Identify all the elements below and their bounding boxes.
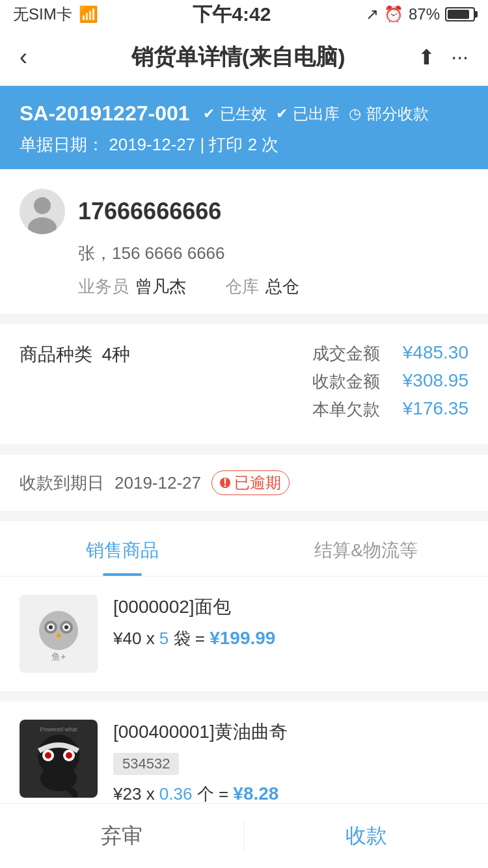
amount-row: 成交金额 ¥485.30: [312, 342, 468, 365]
badge-active: 已生效: [203, 103, 267, 124]
nav-actions: ⬆ ···: [418, 45, 468, 70]
due-date-card: 收款到期日 2019-12-27 ! 已逾期: [0, 455, 488, 511]
overdue-dot-icon: !: [220, 478, 230, 488]
battery-text: 87%: [409, 5, 440, 23]
product-tag-2: 534532: [113, 753, 179, 775]
carrier-text: 无SIM卡: [13, 4, 72, 25]
salesman-info: 业务员 曾凡杰: [78, 275, 186, 298]
product-price-2: ¥23 x 0.36 个 = ¥8.28: [113, 783, 468, 806]
svg-point-18: [66, 752, 72, 759]
badge-shipped: 已出库: [276, 103, 340, 124]
svg-point-9: [49, 625, 53, 629]
time-display: 下午4:42: [193, 1, 271, 28]
svg-text:鱼+: 鱼+: [51, 651, 66, 662]
status-bar-left: 无SIM卡 📶: [13, 4, 98, 25]
svg-point-17: [45, 752, 51, 759]
customer-avatar: [20, 189, 65, 234]
product-thumbnail-1: 鱼+: [20, 595, 98, 673]
status-bar-right: ↗ ⏰ 87%: [366, 5, 475, 23]
product-name-1: [0000002]面包: [113, 595, 468, 619]
product-list: 鱼+ [0000002]面包 ¥40 x 5 袋 = ¥199.99: [0, 576, 488, 824]
due-date-label: 收款到期日: [20, 472, 104, 495]
order-date-info: 单据日期： 2019-12-27 | 打印 2 次: [20, 133, 468, 156]
more-icon[interactable]: ···: [451, 45, 468, 69]
product-info-2: [000400001]黄油曲奇 534532 ¥23 x 0.36 个 = ¥8…: [113, 720, 468, 806]
received-row: 收款金额 ¥308.95: [312, 370, 468, 393]
share-icon[interactable]: ⬆: [418, 45, 435, 70]
customer-phone: 17666666666: [78, 198, 221, 225]
customer-card: 17666666666 张，156 6666 6666 业务员 曾凡杰 仓库 总…: [0, 169, 488, 314]
badge-partial: 部分收款: [349, 103, 429, 124]
page-title: 销货单详情(来自电脑): [131, 42, 346, 72]
back-button[interactable]: ‹: [20, 44, 59, 71]
product-info-1: [0000002]面包 ¥40 x 5 袋 = ¥199.99: [113, 595, 468, 650]
warehouse-info: 仓库 总仓: [225, 275, 299, 298]
product-thumbnail-2: Powered what: [20, 720, 98, 798]
svg-point-10: [64, 625, 68, 629]
stats-card: 商品种类 4种 成交金额 ¥485.30 收款金额 ¥308.95 本单欠款 ¥…: [0, 324, 488, 444]
location-icon: ↗: [366, 5, 379, 23]
tab-sales-products[interactable]: 销售商品: [0, 521, 244, 576]
nav-bar: ‹ 销货单详情(来自电脑) ⬆ ···: [0, 29, 488, 86]
order-badges: 已生效 已出库 部分收款: [203, 103, 429, 124]
tab-settlement[interactable]: 结算&物流等: [244, 521, 488, 576]
product-item: 鱼+ [0000002]面包 ¥40 x 5 袋 = ¥199.99: [0, 576, 488, 691]
order-id: SA-20191227-001: [20, 102, 190, 126]
due-date-value: 2019-12-27: [115, 473, 201, 493]
alarm-icon: ⏰: [384, 5, 403, 23]
order-header-banner: SA-20191227-001 已生效 已出库 部分收款 单据日期： 2019-…: [0, 86, 488, 169]
separator: [0, 511, 488, 521]
collect-payment-button[interactable]: 收款: [245, 809, 489, 863]
tabs-bar: 销售商品 结算&物流等: [0, 521, 488, 576]
status-bar: 无SIM卡 📶 下午4:42 ↗ ⏰ 87%: [0, 0, 488, 29]
wifi-icon: 📶: [79, 5, 98, 23]
product-name-2: [000400001]黄油曲奇: [113, 720, 468, 744]
debt-row: 本单欠款 ¥176.35: [312, 398, 468, 421]
product-price-1: ¥40 x 5 袋 = ¥199.99: [113, 627, 468, 650]
svg-point-4: [39, 611, 78, 650]
svg-text:Powered what: Powered what: [40, 726, 77, 733]
customer-name-phone: 张，156 6666 6666: [78, 242, 468, 265]
bottom-bar: 弃审 收款: [0, 803, 488, 868]
cancel-review-button[interactable]: 弃审: [0, 809, 244, 863]
overdue-badge: ! 已逾期: [211, 470, 290, 495]
battery-icon: [445, 7, 475, 21]
customer-meta: 业务员 曾凡杰 仓库 总仓: [78, 275, 468, 298]
svg-point-1: [34, 197, 51, 214]
financial-stats: 成交金额 ¥485.30 收款金额 ¥308.95 本单欠款 ¥176.35: [312, 342, 468, 426]
product-type-stat: 商品种类 4种: [20, 342, 130, 367]
